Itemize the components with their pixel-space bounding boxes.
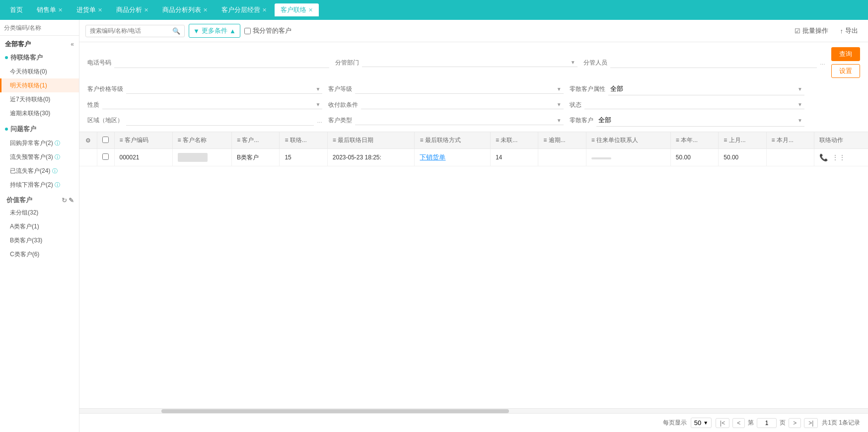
sidebar-item-declining[interactable]: 持续下滑客户(2) ⓘ [0, 178, 79, 192]
row-checkbox[interactable] [102, 153, 109, 160]
sidebar-item-repurchase-abnormal[interactable]: 回购异常客户(2) ⓘ [0, 136, 79, 150]
cell-last-contact-method[interactable]: 下销货单 [415, 149, 490, 166]
sidebar-item-c-class[interactable]: C类客户(6) [0, 247, 79, 261]
cell-last-contact-date: 2023-05-23 18:25: [327, 149, 415, 166]
chevron-down-icon: ▼ [557, 102, 562, 107]
filter-retail-attr-select[interactable]: 全部 ▼ [608, 83, 804, 95]
more-icon[interactable]: … [317, 118, 322, 124]
chevron-down-icon: ▼ [557, 118, 562, 123]
filter-retail-customer-label: 零散客户 [570, 116, 593, 125]
page-unit: 页 [780, 419, 786, 427]
refresh-icon[interactable]: ↻ [62, 197, 67, 204]
nav-close-icon[interactable]: ✕ [98, 7, 102, 13]
sidebar-search-input[interactable] [4, 24, 78, 31]
sidebar-item-overdue-contact[interactable]: 逾期未联络(30) [0, 106, 79, 120]
filter-area-input[interactable] [128, 117, 312, 124]
nav-close-icon[interactable]: ✕ [262, 7, 267, 13]
contact-icon[interactable]: 📞 [819, 153, 828, 161]
batch-ops-button[interactable]: ☑ 批量操作 [791, 24, 832, 37]
chevron-down-icon: ▼ [571, 60, 576, 65]
chevron-down-icon: ▼ [315, 86, 320, 92]
filter-retail-customer-select[interactable]: 全部 ▼ [596, 114, 804, 127]
filter-customer-level-select[interactable]: ▼ [355, 85, 563, 94]
filter-payment-label: 收付款条件 [328, 101, 358, 109]
sidebar-item-churn-warning[interactable]: 流失预警客户(3) ⓘ [0, 150, 79, 164]
page-number-input[interactable] [757, 418, 777, 428]
cell-contact-count: 15 [280, 149, 327, 166]
filter-customer-level: 客户等级 ▼ [328, 83, 563, 95]
nav-customer-contact[interactable]: 客户联络 ✕ [275, 3, 319, 16]
set-button[interactable]: 设置 [831, 64, 860, 78]
more-action-icon[interactable]: ⋮⋮ [832, 153, 846, 161]
export-button[interactable]: ↑ 导出 [836, 24, 863, 37]
nav-product-analysis-list[interactable]: 商品分析列表 ✕ [156, 3, 214, 16]
prev-page-button[interactable]: < [732, 418, 745, 428]
footer: 每页显示 50 ▼ |< < 第 页 > >| 共1页 1条记录 [79, 413, 868, 432]
sidebar-item-7days-contact[interactable]: 近7天待联络(0) [0, 92, 79, 106]
page-size-select[interactable]: 50 ▼ [691, 418, 712, 428]
col-contact-person-header: ≡ 往来单位联系人 [586, 132, 670, 149]
nav-sales-order[interactable]: 销售单 ✕ [31, 3, 69, 16]
filter-area-control[interactable] [126, 115, 314, 126]
filter-dept-select[interactable]: ▼ [362, 58, 577, 67]
more-icon[interactable]: … [820, 60, 825, 66]
sidebar-collapse-icon[interactable]: « [71, 41, 74, 48]
col-setting-header[interactable]: ⚙ [79, 132, 97, 149]
edit-icon[interactable]: ✎ [69, 197, 74, 204]
filter-area-label: 区域（地区） [87, 116, 123, 125]
more-filter-button[interactable]: ▼ 更多条件 ▲ [189, 24, 240, 38]
last-page-button[interactable]: >| [804, 418, 818, 428]
sidebar-item-today-contact[interactable]: 今天待联络(0) [0, 65, 79, 78]
nav-purchase-order[interactable]: 进货单 ✕ [71, 3, 108, 16]
filter-status-select[interactable]: ▼ [584, 100, 804, 109]
nav-customer-segment[interactable]: 客户分层经营 ✕ [216, 3, 273, 16]
scrollbar-thumb[interactable] [161, 409, 509, 413]
sidebar-item-a-class[interactable]: A类客户(1) [0, 219, 79, 233]
horizontal-scrollbar[interactable] [79, 408, 868, 413]
filter-retail-attr: 零散客户属性 全部 ▼ [570, 83, 804, 95]
my-customers-checkbox[interactable] [244, 28, 251, 34]
col-checkbox-header[interactable] [97, 132, 114, 149]
col-this-year-header: ≡ 本年... [670, 132, 718, 149]
cell-checkbox[interactable] [97, 149, 114, 166]
filter-action-buttons: 查询 设置 [831, 47, 860, 78]
col-this-month-header: ≡ 本月... [766, 132, 814, 149]
top-navigation: 首页 销售单 ✕ 进货单 ✕ 商品分析 ✕ 商品分析列表 ✕ 客户分层经营 ✕ … [0, 0, 868, 20]
filter-phone-input[interactable] [116, 59, 327, 66]
nav-close-icon-active[interactable]: ✕ [308, 7, 313, 13]
nav-close-icon[interactable]: ✕ [144, 7, 148, 13]
filter-customer-type-select[interactable]: ▼ [355, 116, 563, 125]
next-page-button[interactable]: > [789, 418, 801, 428]
sidebar-item-ungrouped[interactable]: 未分组(32) [0, 206, 79, 219]
sidebar-group-problem-customers: 问题客户 [0, 122, 79, 136]
nav-home[interactable]: 首页 [4, 3, 29, 16]
filter-status-label: 状态 [570, 101, 581, 109]
filter-phone-control[interactable] [114, 58, 329, 68]
first-page-button[interactable]: |< [716, 418, 729, 428]
my-customers-checkbox-label[interactable]: 我分管的客户 [244, 26, 291, 35]
sidebar-item-b-class[interactable]: B类客户(33) [0, 233, 79, 247]
filter-phone-label: 电话号码 [87, 59, 111, 67]
filter-customer-type-label: 客户类型 [328, 116, 352, 125]
search-icon[interactable]: 🔍 [172, 27, 180, 35]
nav-product-analysis[interactable]: 商品分析 ✕ [110, 3, 154, 16]
filter-price-level-select[interactable]: ▼ [126, 85, 322, 94]
table-row: 000021 Ea B类客户 15 2023-05-23 18:25: 下销货单… [79, 149, 868, 166]
filter-manager-input[interactable] [612, 59, 815, 66]
select-all-checkbox[interactable] [102, 137, 109, 143]
pagination: |< < 第 页 > >| [716, 418, 818, 428]
filter-manager-control[interactable] [610, 58, 817, 68]
cell-contact-person [586, 149, 670, 166]
sidebar-group-pending-contact: 待联络客户 [0, 51, 79, 65]
query-button[interactable]: 查询 [831, 47, 860, 61]
chevron-down-icon: ▼ [557, 86, 562, 92]
chevron-down-icon: ▼ [315, 102, 320, 107]
sidebar-all-customers[interactable]: 全部客户 « [0, 36, 79, 51]
nav-close-icon[interactable]: ✕ [203, 7, 208, 13]
search-input[interactable] [90, 27, 169, 34]
sidebar-item-tomorrow-contact[interactable]: 明天待联络(1) [0, 78, 79, 92]
filter-payment-select[interactable]: ▼ [361, 100, 563, 109]
filter-gender-select[interactable]: ▼ [102, 100, 322, 109]
sidebar-item-churned[interactable]: 已流失客户(24) ⓘ [0, 164, 79, 178]
nav-close-icon[interactable]: ✕ [58, 7, 63, 13]
